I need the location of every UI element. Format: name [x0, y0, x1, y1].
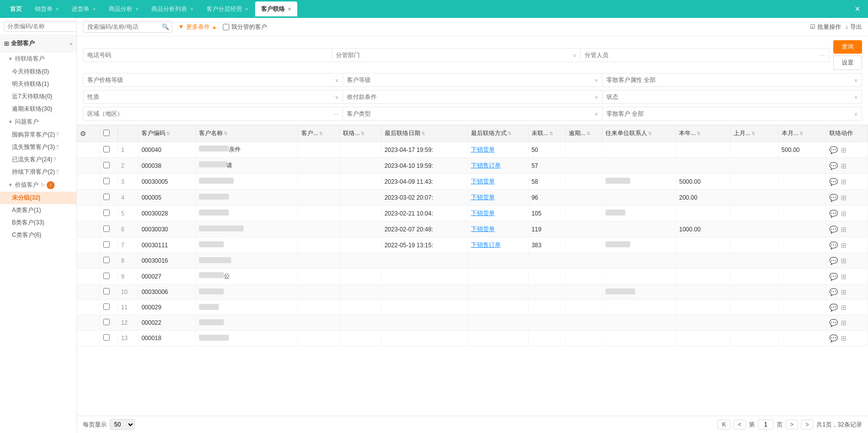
row-checkbox-cell[interactable] [100, 285, 118, 300]
tab-customer-segment-close[interactable]: × [245, 6, 248, 12]
sidebar-item-tomorrow[interactable]: 明天待联络(1) [0, 78, 76, 90]
row-last-contact-method[interactable]: 下销售订单 [467, 158, 528, 174]
sidebar-item-class-c[interactable]: C类客户(6) [0, 229, 76, 241]
row-checkbox-cell[interactable] [100, 142, 118, 158]
contact-method-link[interactable]: 下销货单 [471, 178, 495, 185]
filter-person[interactable]: 分管人员 ··· [580, 48, 829, 62]
chat-icon[interactable]: 💬 [829, 194, 838, 202]
close-all-icon[interactable]: × [851, 4, 864, 14]
prev-page-button[interactable]: < [734, 420, 746, 430]
last-page-button[interactable]: > [801, 420, 813, 430]
row-last-contact-method[interactable] [467, 315, 528, 331]
filter-nature[interactable]: 性质 ∨ [83, 90, 342, 104]
row-checkbox[interactable] [103, 334, 110, 341]
chat-icon[interactable]: 💬 [829, 225, 838, 233]
chat-icon[interactable]: 💬 [829, 257, 838, 265]
contact-method-link[interactable]: 下销售订单 [471, 241, 501, 248]
filter-phone[interactable]: 电话号码 [83, 48, 332, 62]
sidebar-item-overdue[interactable]: 逾期未联络(30) [0, 103, 76, 115]
tab-sales[interactable]: 销货单 × [29, 1, 65, 16]
year-sort-icon[interactable]: ⇅ [697, 131, 701, 136]
row-checkbox[interactable] [103, 162, 110, 168]
overdue-sort-icon[interactable]: ⇅ [587, 131, 591, 136]
row-last-contact-method[interactable]: 下销货单 [467, 206, 528, 221]
grid-action-icon[interactable]: ⊞ [841, 257, 847, 265]
col-last-contact-date[interactable]: 最后联络日期 ⇅ [381, 125, 467, 142]
contact-sort-icon[interactable]: ⇅ [361, 131, 365, 136]
row-last-contact-method[interactable]: 下销货单 [467, 190, 528, 206]
sidebar-item-class-b[interactable]: B类客户(33) [0, 216, 76, 229]
row-checkbox-cell[interactable] [100, 331, 118, 346]
row-checkbox[interactable] [103, 288, 110, 294]
grid-action-icon[interactable]: ⊞ [841, 334, 847, 342]
filter-customer-level[interactable]: 客户等级 ∨ [342, 73, 602, 87]
tab-customer-contact-close[interactable]: × [288, 6, 291, 12]
tab-customer-segment[interactable]: 客户分层经营 × [200, 1, 254, 16]
contact-method-link[interactable]: 下销售订单 [471, 162, 501, 169]
contact-method-link[interactable]: 下销货单 [471, 146, 495, 153]
main-search-icon[interactable]: 🔍 [162, 23, 169, 30]
row-checkbox-cell[interactable] [100, 158, 118, 174]
first-page-button[interactable]: K [718, 420, 731, 430]
grid-action-icon[interactable]: ⊞ [841, 303, 847, 311]
row-checkbox-cell[interactable] [100, 174, 118, 190]
sidebar-group-problem[interactable]: ▼ 问题客户 [0, 115, 76, 129]
col-name[interactable]: 客户名称 ⇅ [196, 125, 298, 142]
no-contact-sort-icon[interactable]: ⇅ [549, 131, 553, 136]
row-checkbox[interactable] [103, 303, 110, 310]
row-last-contact-method[interactable] [467, 269, 528, 285]
date-sort-icon[interactable]: ⇅ [421, 131, 425, 136]
row-last-contact-method[interactable]: 下销货单 [467, 174, 528, 190]
tab-product-analysis[interactable]: 商品分析 × [103, 1, 144, 16]
row-checkbox[interactable] [103, 225, 110, 232]
last-month-sort-icon[interactable]: ⇅ [751, 131, 755, 136]
reset-button[interactable]: 设置 [833, 56, 862, 70]
filter-region[interactable]: 区域（地区） ··· [83, 107, 342, 121]
col-settings[interactable]: ⚙ [77, 125, 100, 142]
export-button[interactable]: ↓ 导出 [845, 23, 862, 31]
more-filters-button[interactable]: ▼ 更多条件 ▲ [178, 23, 217, 31]
contact-person-sort-icon[interactable]: ⇅ [648, 131, 652, 136]
row-last-contact-method[interactable]: 下销货单 [467, 142, 528, 158]
row-checkbox-cell[interactable] [100, 190, 118, 206]
row-checkbox-cell[interactable] [100, 315, 118, 331]
filter-retail-attr[interactable]: 零散客户属性 全部 ∨ [602, 73, 862, 87]
sidebar-item-ungroup[interactable]: 未分组(32) [0, 192, 76, 204]
contact-method-link[interactable]: 下销货单 [471, 225, 495, 232]
category-search-input[interactable] [4, 21, 77, 32]
grid-action-icon[interactable]: ⊞ [841, 288, 847, 296]
filter-status[interactable]: 状态 ∨ [602, 90, 862, 104]
chat-icon[interactable]: 💬 [829, 303, 838, 311]
my-customers-checkbox[interactable] [223, 24, 229, 30]
row-last-contact-method[interactable] [467, 285, 528, 300]
row-checkbox[interactable] [103, 319, 110, 325]
filter-retail-customer[interactable]: 零散客户 全部 ∨ [602, 107, 862, 121]
chat-icon[interactable]: 💬 [829, 241, 838, 249]
grid-action-icon[interactable]: ⊞ [841, 273, 847, 281]
row-last-contact-method[interactable]: 下销售订单 [467, 237, 528, 253]
main-search-input[interactable] [87, 23, 162, 30]
col-this-month[interactable]: 本月... ⇅ [778, 125, 826, 142]
filter-customer-type[interactable]: 客户类型 ∨ [342, 107, 602, 121]
phone-input[interactable] [115, 52, 328, 59]
col-contact[interactable]: 联络... ⇅ [339, 125, 381, 142]
page-number-input[interactable] [758, 420, 774, 430]
contact-method-link[interactable]: 下销货单 [471, 210, 495, 216]
main-search-box[interactable]: 🔍 [83, 21, 172, 33]
sidebar-item-declining[interactable]: 持续下滑客户(2) ? [0, 166, 76, 178]
chat-icon[interactable]: 💬 [829, 334, 838, 342]
sidebar-item-lost[interactable]: 已流失客户(24) ? [0, 153, 76, 166]
tab-sales-close[interactable]: × [56, 6, 59, 12]
code-sort-icon[interactable]: ⇅ [166, 131, 170, 136]
tab-purchase-close[interactable]: × [92, 6, 95, 12]
sidebar-item-7days[interactable]: 近7天待联络(0) [0, 90, 76, 103]
sidebar-group-pending[interactable]: ▼ 待联络客户 [0, 52, 76, 66]
grid-action-icon[interactable]: ⊞ [841, 146, 847, 154]
row-last-contact-method[interactable]: 下销货单 [467, 221, 528, 237]
grid-action-icon[interactable]: ⊞ [841, 178, 847, 186]
row-last-contact-method[interactable] [467, 331, 528, 346]
sidebar-item-warning[interactable]: 流失预警客户(3) ? [0, 141, 76, 153]
method-sort-icon[interactable]: ⇅ [508, 131, 512, 136]
select-all-checkbox[interactable] [103, 130, 110, 136]
type-sort-icon[interactable]: ⇅ [319, 131, 323, 136]
